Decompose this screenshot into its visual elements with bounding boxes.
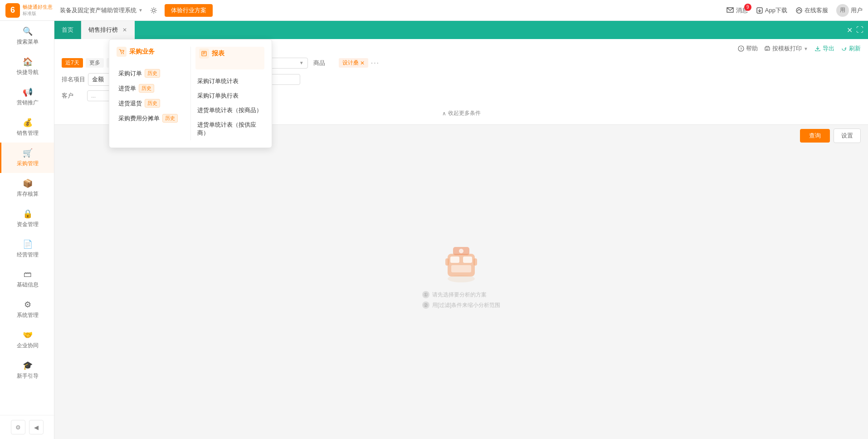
hist-tag-expense: 历史: [162, 114, 178, 123]
svg-rect-13: [451, 265, 471, 272]
dropdown-item-incoming[interactable]: 进货单 历史: [117, 81, 186, 96]
doc-status-arrow-icon: ▼: [299, 60, 304, 65]
sidebar-collapse-button[interactable]: ◀: [29, 420, 44, 434]
home-icon: 🏠: [23, 57, 33, 67]
logo-icon: 6: [5, 3, 20, 18]
empty-illustration: [434, 240, 488, 286]
svg-point-3: [800, 10, 801, 11]
sidebar-item-system[interactable]: ⚙ 系统管理: [0, 294, 54, 325]
app-download-button[interactable]: App下载: [756, 6, 787, 15]
tab-bar-right: ✕ ⛶: [842, 21, 868, 39]
svg-point-15: [459, 249, 463, 253]
sidebar-item-guide[interactable]: 🎓 新手引导: [0, 355, 54, 385]
hist-tag-incoming: 历史: [139, 84, 154, 93]
dropdown-item-incoming-by-supplier[interactable]: 进货单统计表（按供应商）: [195, 118, 265, 140]
svg-point-16: [121, 53, 122, 54]
tab-close-icon[interactable]: ✕: [122, 27, 127, 33]
dropdown-item-purchase-order[interactable]: 采购订单 历史: [117, 66, 186, 81]
empty-state: ① 请先选择要分析的方案 ② 用[过滤]条件来缩小分析范围: [54, 147, 868, 439]
print-dropdown-icon[interactable]: ▼: [804, 46, 808, 51]
search-icon: 🔍: [23, 26, 33, 36]
sidebar-item-inventory[interactable]: 📦 库存核算: [0, 173, 54, 203]
sidebar-item-marketing[interactable]: 📢 营销推广: [0, 82, 54, 112]
tab-home[interactable]: 首页: [54, 21, 81, 39]
svg-text:?: ?: [740, 47, 742, 51]
purchase-dropdown-menu: 采购业务 采购订单 历史 进货单 历史 进货退货 历史 采购费用分摊单 历史: [109, 39, 272, 148]
help-button[interactable]: ? 帮助: [738, 44, 758, 53]
tab-bar: 首页 销售排行榜 ✕ ✕ ⛶: [54, 21, 868, 39]
purchase-icon: 🛒: [23, 148, 33, 158]
goods-ellipsis-button[interactable]: ···: [371, 59, 380, 67]
empty-hint-1: ① 请先选择要分析的方案: [422, 291, 501, 299]
finance-icon: 🔒: [23, 209, 33, 219]
marketing-icon: 📢: [23, 87, 33, 97]
logo-text: 畅捷通好生意: [23, 4, 53, 10]
sidebar-item-search[interactable]: 🔍 搜索菜单: [0, 21, 54, 51]
tab-sales-rank[interactable]: 销售排行榜 ✕: [81, 21, 135, 39]
messages-button[interactable]: 消息 9: [726, 6, 748, 15]
system-title-chevron-icon: ▼: [138, 8, 143, 13]
user-menu-button[interactable]: 用 用户: [836, 4, 863, 17]
dropdown-item-order-stats[interactable]: 采购订单统计表: [195, 74, 265, 89]
sidebar-item-finance[interactable]: 🔒 资金管理: [0, 203, 54, 234]
basic-info-icon: 🗃: [24, 270, 32, 279]
svg-point-2: [797, 10, 798, 11]
sidebar-item-purchase[interactable]: 🛒 采购管理: [0, 143, 54, 173]
svg-rect-11: [445, 258, 449, 266]
enterprise-icon: 🤝: [23, 330, 33, 340]
sidebar-item-sales[interactable]: 💰 销售管理: [0, 112, 54, 143]
sidebar-item-operations[interactable]: 📄 经营管理: [0, 234, 54, 264]
settings-button[interactable]: 设置: [834, 128, 861, 143]
collapse-up-icon: ∧: [442, 110, 446, 117]
dropdown-purchase-title: 采购业务: [117, 47, 186, 60]
dropdown-item-incoming-by-goods[interactable]: 进货单统计表（按商品）: [195, 103, 265, 118]
refresh-button[interactable]: 刷新: [841, 44, 861, 53]
tab-close-all-icon[interactable]: ✕: [847, 26, 853, 35]
dropdown-purchase-col: 采购业务 采购订单 历史 进货单 历史 进货退货 历史 采购费用分摊单 历史: [117, 47, 186, 140]
dropdown-item-expense[interactable]: 采购费用分摊单 历史: [117, 111, 186, 126]
svg-rect-10: [463, 256, 472, 263]
system-icon: ⚙: [24, 300, 31, 310]
goods-tag: 设计桑 ✕: [339, 58, 368, 68]
guide-icon: 🎓: [23, 360, 33, 370]
inventory-icon: 📦: [23, 178, 33, 188]
goods-tag-close-icon[interactable]: ✕: [360, 60, 365, 66]
report-col-icon: [199, 49, 209, 59]
hist-tag-return: 历史: [145, 99, 160, 108]
system-title[interactable]: 装备及固定资产辅助管理系统 ▼: [60, 6, 143, 15]
sidebar: 🔍 搜索菜单 🏠 快捷导航 📢 营销推广 💰 销售管理 🛒 采购管理 📦 库存核…: [0, 21, 54, 439]
logo-area: 6 畅捷通好生意 标准版: [5, 3, 55, 18]
empty-hint-2: ② 用[过滤]条件来缩小分析范围: [422, 301, 501, 309]
purchase-col-icon: [117, 47, 127, 57]
sidebar-item-basic-info[interactable]: 🗃 基础信息: [0, 264, 54, 294]
top-bar: 6 畅捷通好生意 标准版 装备及固定资产辅助管理系统 ▼ 体验行业方案 消息 9: [0, 0, 868, 21]
sales-icon: 💰: [23, 118, 33, 128]
logo-tag: 标准版: [23, 10, 53, 17]
operations-icon: 📄: [23, 239, 33, 249]
hist-tag-purchase-order: 历史: [145, 69, 160, 78]
top-right: 消息 9 App下载 在线客服 用 用户: [726, 4, 863, 17]
sidebar-item-quick-nav[interactable]: 🏠 快捷导航: [0, 51, 54, 82]
dropdown-item-order-exec[interactable]: 采购订单执行表: [195, 89, 265, 103]
sidebar-item-enterprise[interactable]: 🤝 企业协同: [0, 325, 54, 355]
svg-point-17: [123, 53, 124, 54]
sidebar-bottom: ⚙ ◀: [0, 415, 54, 439]
online-service-button[interactable]: 在线客服: [795, 6, 828, 15]
svg-rect-9: [450, 256, 459, 263]
sidebar-settings-button[interactable]: ⚙: [11, 420, 25, 434]
content-area: 首页 销售排行榜 ✕ ✕ ⛶ ?: [54, 21, 868, 439]
industry-button[interactable]: 体验行业方案: [165, 4, 213, 17]
print-button[interactable]: 按模板打印 ▼: [764, 44, 808, 53]
export-button[interactable]: 导出: [814, 44, 834, 53]
svg-rect-12: [473, 258, 477, 266]
query-button[interactable]: 查询: [800, 129, 830, 143]
main-layout: 🔍 搜索菜单 🏠 快捷导航 📢 营销推广 💰 销售管理 🛒 采购管理 📦 库存核…: [0, 21, 868, 439]
date-chip-more[interactable]: 更多: [86, 58, 104, 68]
tab-maximize-icon[interactable]: ⛶: [856, 26, 863, 34]
svg-point-0: [152, 9, 155, 12]
goods-group: 商品 设计桑 ✕ ···: [313, 58, 431, 68]
messages-badge: 9: [744, 4, 751, 11]
dropdown-item-return[interactable]: 进货退货 历史: [117, 96, 186, 111]
system-settings-button[interactable]: [147, 4, 160, 17]
date-chip-7days[interactable]: 近7天: [62, 58, 83, 68]
